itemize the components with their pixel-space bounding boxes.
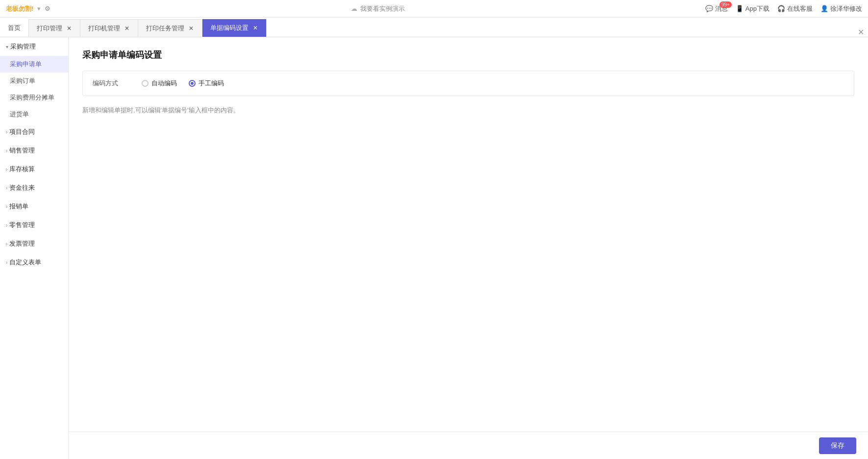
- tab-home[interactable]: 首页: [0, 19, 29, 37]
- sidebar-group-inventory-label: 库存核算: [9, 165, 35, 174]
- tab-print-task-label: 打印任务管理: [146, 24, 184, 33]
- tab-doc-code-settings-close[interactable]: ✕: [252, 25, 258, 31]
- sidebar-group-custom-form[interactable]: › 自定义表单: [0, 253, 68, 272]
- radio-group: 自动编码 手工编码: [142, 79, 224, 88]
- radio-manual-code-circle: [189, 80, 196, 87]
- notification-badge: 99+: [719, 1, 732, 8]
- demo-link[interactable]: 我要看实例演示: [360, 4, 405, 13]
- sidebar-group-finance-label: 资金往来: [9, 183, 35, 192]
- chevron-right-icon-6: ›: [6, 223, 7, 228]
- encoding-section: 编码方式 自动编码 手工编码: [82, 71, 854, 96]
- username-label: 徐泽华修改: [830, 4, 862, 13]
- content-area: 采购申请单编码设置 编码方式 自动编码 手工编码: [69, 37, 868, 459]
- online-service-label: 在线客服: [787, 4, 813, 13]
- chevron-right-icon-2: ›: [6, 148, 7, 153]
- sidebar-group-sales-mgmt[interactable]: › 销售管理: [0, 141, 68, 160]
- tab-bar: 首页 打印管理 ✕ 打印机管理 ✕ 打印任务管理 ✕ 单据编码设置 ✕ ✕: [0, 18, 868, 37]
- chevron-right-icon-4: ›: [6, 185, 7, 191]
- sidebar-group-invoice-label: 发票管理: [9, 239, 35, 248]
- app-icon: 📱: [736, 5, 744, 12]
- tab-printer-mgmt-label: 打印机管理: [88, 24, 120, 33]
- sidebar-group-retail-label: 零售管理: [9, 221, 35, 230]
- chevron-right-icon-8: ›: [6, 260, 7, 265]
- encoding-row: 编码方式 自动编码 手工编码: [93, 79, 844, 88]
- sidebar-item-purchase-request-label: 采购申请单: [10, 60, 42, 68]
- page-title: 采购申请单编码设置: [82, 49, 854, 61]
- chevron-right-icon-3: ›: [6, 167, 7, 172]
- tab-print-task[interactable]: 打印任务管理 ✕: [138, 19, 202, 37]
- tab-printer-mgmt[interactable]: 打印机管理 ✕: [80, 19, 138, 37]
- sidebar-group-procurement-label: 采购管理: [10, 42, 36, 51]
- tab-bar-close-all[interactable]: ✕: [858, 27, 864, 37]
- cloud-icon: ☁: [351, 5, 357, 12]
- bottom-bar: 保存: [69, 432, 868, 459]
- radio-manual-code-label: 手工编码: [198, 79, 224, 88]
- sidebar-group-invoice[interactable]: › 发票管理: [0, 234, 68, 253]
- tab-home-label: 首页: [8, 24, 21, 32]
- service-icon: 🎧: [777, 5, 785, 12]
- sidebar-group-reimbursement-label: 报销单: [9, 202, 28, 211]
- main-layout: ▾ 采购管理 采购申请单 采购订单 采购费用分摊单 进货单 › 项目合同 › 销…: [0, 37, 868, 459]
- sidebar-group-custom-form-label: 自定义表单: [9, 258, 41, 267]
- logo-text: 老板勿割!: [6, 4, 33, 13]
- sidebar-group-reimbursement[interactable]: › 报销单: [0, 197, 68, 216]
- sidebar-group-finance[interactable]: › 资金往来: [0, 178, 68, 197]
- sidebar-group-project-contract-label: 项目合同: [9, 128, 35, 136]
- sidebar-item-purchase-expense[interactable]: 采购费用分摊单: [0, 89, 68, 106]
- content-inner: 采购申请单编码设置 编码方式 自动编码 手工编码: [69, 37, 868, 432]
- sidebar-item-receipt[interactable]: 进货单: [0, 106, 68, 123]
- user-icon: 👤: [820, 5, 828, 12]
- chevron-right-icon-5: ›: [6, 204, 7, 209]
- sidebar-item-purchase-expense-label: 采购费用分摊单: [10, 94, 54, 101]
- dropdown-icon[interactable]: ▾: [37, 5, 41, 12]
- sidebar-group-retail[interactable]: › 零售管理: [0, 216, 68, 234]
- sidebar-group-procurement[interactable]: ▾ 采购管理: [0, 37, 68, 56]
- radio-auto-code-label: 自动编码: [151, 79, 177, 88]
- chevron-right-icon-7: ›: [6, 241, 7, 247]
- sidebar-item-purchase-request[interactable]: 采购申请单: [0, 56, 68, 73]
- sidebar-item-purchase-order-label: 采购订单: [10, 77, 35, 84]
- chevron-down-icon: ▾: [6, 44, 8, 50]
- sidebar-group-sales-mgmt-label: 销售管理: [9, 146, 35, 155]
- radio-auto-code[interactable]: 自动编码: [142, 79, 177, 88]
- notification-button[interactable]: 💬 消息 99+: [705, 4, 728, 13]
- online-service-button[interactable]: 🎧 在线客服: [777, 4, 813, 13]
- app-download-button[interactable]: 📱 App下载: [736, 4, 769, 13]
- radio-manual-code[interactable]: 手工编码: [189, 79, 224, 88]
- chevron-right-icon: ›: [6, 129, 7, 135]
- settings-icon[interactable]: ⚙: [45, 5, 50, 12]
- top-bar-center: ☁ 我要看实例演示: [351, 4, 405, 13]
- tab-print-mgmt[interactable]: 打印管理 ✕: [29, 19, 80, 37]
- chat-icon: 💬: [705, 5, 713, 12]
- sidebar: ▾ 采购管理 采购申请单 采购订单 采购费用分摊单 进货单 › 项目合同 › 销…: [0, 37, 69, 459]
- top-bar: 老板勿割! ▾ ⚙ ☁ 我要看实例演示 💬 消息 99+ 📱 App下载 🎧 在…: [0, 0, 868, 18]
- sidebar-group-inventory[interactable]: › 库存核算: [0, 160, 68, 178]
- tab-doc-code-settings[interactable]: 单据编码设置 ✕: [202, 19, 267, 37]
- app-download-label: App下载: [745, 4, 769, 13]
- top-bar-left: 老板勿割! ▾ ⚙: [6, 4, 50, 13]
- user-profile-button[interactable]: 👤 徐泽华修改: [820, 4, 862, 13]
- tab-doc-code-settings-label: 单据编码设置: [210, 24, 248, 32]
- sidebar-item-receipt-label: 进货单: [10, 110, 29, 118]
- save-button[interactable]: 保存: [819, 437, 856, 454]
- encoding-label: 编码方式: [93, 79, 122, 88]
- tab-printer-mgmt-close[interactable]: ✕: [124, 25, 130, 32]
- tab-print-mgmt-close[interactable]: ✕: [66, 25, 72, 32]
- sidebar-item-purchase-order[interactable]: 采购订单: [0, 73, 68, 89]
- tab-print-mgmt-label: 打印管理: [37, 24, 62, 33]
- top-bar-right: 💬 消息 99+ 📱 App下载 🎧 在线客服 👤 徐泽华修改: [705, 4, 862, 13]
- radio-auto-code-circle: [142, 80, 149, 87]
- description-text: 新增和编辑单据时,可以编辑'单据编号'输入框中的内容。: [82, 106, 854, 115]
- sidebar-group-project-contract[interactable]: › 项目合同: [0, 123, 68, 141]
- tab-print-task-close[interactable]: ✕: [188, 25, 194, 32]
